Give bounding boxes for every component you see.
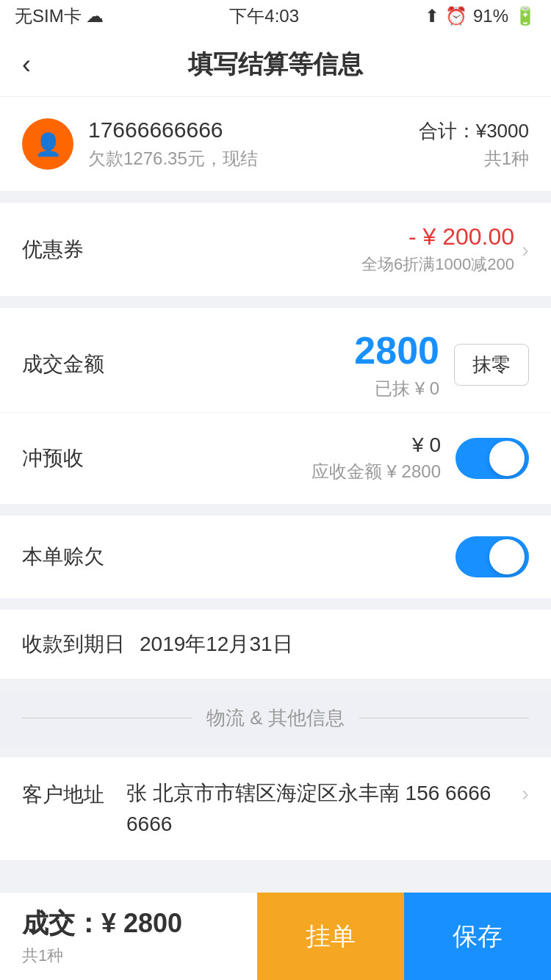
status-bar: 无SIM卡 ☁ 下午4:03 ⬆ ⏰ 91% 🔋	[0, 0, 551, 32]
total-count: 共1种	[419, 147, 529, 170]
address-chevron: ›	[522, 778, 529, 806]
prepay-sub: 应收金额 ¥ 2800	[311, 460, 441, 483]
total-amount-label: 合计：¥3000	[419, 118, 529, 144]
debt-section: 本单赊欠	[0, 516, 551, 598]
address-value: 张 北京市市辖区海淀区永丰南 156 6666 6666	[126, 778, 522, 840]
customer-info: 17666666666 欠款1276.35元，现结	[88, 118, 258, 170]
avatar: 👤	[22, 118, 73, 170]
battery-level: 91%	[473, 6, 508, 26]
deal-sub: 已抹 ¥ 0	[354, 377, 439, 400]
prepay-label: 冲预收	[22, 444, 84, 472]
save-button[interactable]: 保存	[404, 893, 551, 981]
customer-total: 合计：¥3000 共1种	[419, 118, 529, 170]
address-label: 客户地址	[22, 778, 104, 809]
deal-label: 成交金额	[22, 350, 104, 378]
customer-debt: 欠款1276.35元，现结	[88, 147, 258, 170]
bottom-summary: 成交：¥ 2800 共1种	[0, 906, 257, 967]
due-date-section: 收款到期日 2019年12月31日	[0, 610, 551, 679]
status-time: 下午4:03	[229, 4, 299, 28]
bottom-count: 共1种	[22, 945, 235, 967]
divider-text: 物流 & 其他信息	[206, 705, 345, 731]
avatar-icon: 👤	[35, 131, 62, 157]
debt-toggle[interactable]	[455, 536, 529, 577]
coupon-row[interactable]: 优惠券 - ¥ 200.00 全场6折满1000减200 ›	[0, 203, 551, 296]
customer-left: 👤 17666666666 欠款1276.35元，现结	[22, 118, 258, 170]
location-icon: ⬆	[425, 6, 439, 26]
status-left: 无SIM卡 ☁	[15, 4, 104, 28]
deal-amount: 2800	[354, 328, 439, 372]
prepay-amount: ¥ 0	[311, 433, 441, 457]
due-date-value: 2019年12月31日	[140, 630, 293, 658]
coupon-section: 优惠券 - ¥ 200.00 全场6折满1000减200 ›	[0, 203, 551, 296]
sim-status: 无SIM卡 ☁	[15, 4, 104, 28]
bottom-bar: 成交：¥ 2800 共1种 挂单 保存	[0, 892, 551, 980]
nav-bar: ‹ 填写结算等信息	[0, 32, 551, 97]
deal-row: 成交金额 2800 已抹 ¥ 0 抹零	[22, 328, 529, 400]
coupon-right: - ¥ 200.00 全场6折满1000减200 ›	[361, 223, 529, 275]
divider-line-left	[22, 718, 192, 718]
prepay-toggle[interactable]	[455, 438, 529, 479]
divider-section: 物流 & 其他信息	[0, 691, 551, 746]
prepay-value-block: ¥ 0 应收金额 ¥ 2800	[311, 433, 441, 483]
customer-card: 👤 17666666666 欠款1276.35元，现结 合计：¥3000 共1种	[0, 97, 551, 191]
coupon-chevron: ›	[522, 237, 529, 262]
debt-label: 本单赊欠	[22, 543, 104, 571]
status-right: ⬆ ⏰ 91% 🔋	[425, 6, 536, 26]
customer-phone: 17666666666	[88, 118, 258, 143]
hold-button[interactable]: 挂单	[257, 893, 404, 981]
coupon-desc: 全场6折满1000减200	[361, 253, 514, 275]
address-section[interactable]: 客户地址 张 北京市市辖区海淀区永丰南 156 6666 6666 ›	[0, 757, 551, 860]
page-title: 填写结算等信息	[188, 48, 363, 82]
bottom-deal-row: 成交：¥ 2800	[22, 906, 235, 942]
prepay-row: 冲预收 ¥ 0 应收金额 ¥ 2800	[0, 412, 551, 504]
bottom-deal-label: 成交：	[22, 908, 101, 938]
coupon-discount: - ¥ 200.00	[361, 223, 514, 251]
round-button[interactable]: 抹零	[454, 344, 529, 386]
main-content: 👤 17666666666 欠款1276.35元，现结 合计：¥3000 共1种…	[0, 97, 551, 968]
divider-line-right	[359, 718, 529, 718]
bottom-deal-amount: ¥ 2800	[101, 908, 182, 938]
coupon-value: - ¥ 200.00 全场6折满1000减200	[361, 223, 514, 275]
due-date-label: 收款到期日	[22, 630, 125, 658]
battery-icon: 🔋	[514, 6, 536, 26]
back-button[interactable]: ‹	[22, 49, 31, 80]
alarm-icon: ⏰	[445, 6, 467, 26]
coupon-label: 优惠券	[22, 236, 84, 264]
deal-section: 成交金额 2800 已抹 ¥ 0 抹零 冲预收 ¥ 0 应收金额 ¥ 2800	[0, 308, 551, 504]
prepay-right: ¥ 0 应收金额 ¥ 2800	[311, 433, 529, 483]
deal-row-container: 成交金额 2800 已抹 ¥ 0 抹零	[0, 308, 551, 400]
deal-right: 2800 已抹 ¥ 0 抹零	[354, 328, 529, 400]
